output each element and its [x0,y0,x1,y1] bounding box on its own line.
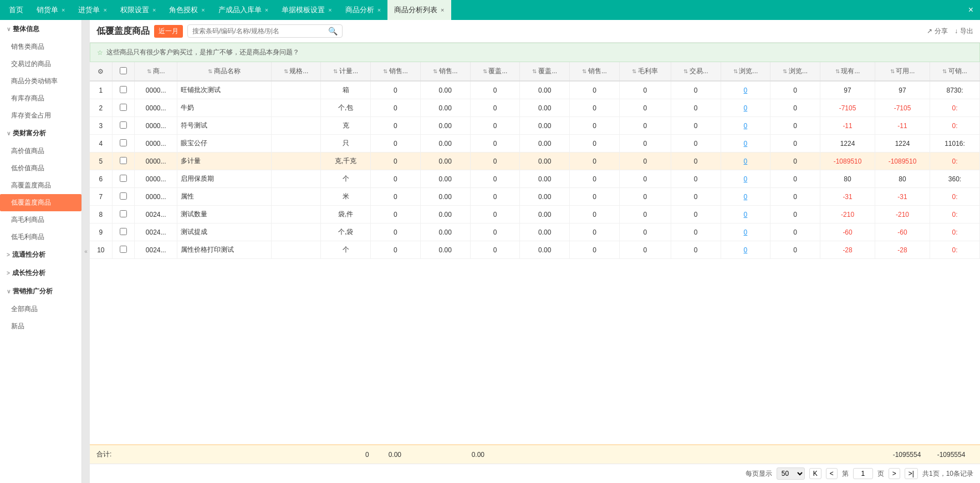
cell-name: 属性价格打印测试 [177,241,271,259]
next-page-button[interactable]: > [889,468,900,479]
row-checkbox[interactable] [120,86,127,93]
cell-cover1: 0 [470,99,520,117]
row-checkbox[interactable] [120,210,127,217]
sidebar-item-高覆盖度商品[interactable]: 高覆盖度商品 [0,177,81,194]
nav-item-权限设置[interactable]: 权限设置× [114,0,162,20]
last-page-button[interactable]: >| [905,468,918,479]
sidebar-item-高毛利商品[interactable]: 高毛利商品 [0,211,81,228]
settings-icon[interactable]: ⚙ [98,68,104,75]
browse-link[interactable]: 0 [744,193,748,201]
nav-close-icon[interactable]: × [103,7,106,13]
cell-checkbox[interactable] [112,135,134,152]
sidebar-item-销售类商品[interactable]: 销售类商品 [0,38,81,55]
nav-item-商品分析列表[interactable]: 商品分析列表× [387,0,451,20]
sidebar-item-有库存商品[interactable]: 有库存商品 [0,90,81,107]
cell-checkbox[interactable] [112,81,134,99]
page-size-select[interactable]: 2050100200 [777,467,805,480]
browse-link[interactable]: 0 [744,122,748,130]
row-checkbox[interactable] [120,175,127,182]
cell-checkbox[interactable] [112,152,134,170]
date-filter-button[interactable]: 近一月 [154,25,183,38]
table-container[interactable]: ⚙⇅ 商...⇅ 商品名称⇅ 规格...⇅ 计量...⇅ 销售...⇅ 销售..… [90,62,980,444]
nav-close-icon[interactable]: × [201,7,205,13]
nav-close-icon[interactable]: × [62,7,65,13]
sidebar-item-全部商品[interactable]: 全部商品 [0,301,81,318]
col-header-no: ⇅ 商... [135,62,177,81]
browse-link[interactable]: 0 [744,175,748,183]
nav-close-icon[interactable]: × [377,7,381,13]
nav-item-商品分析[interactable]: 商品分析× [339,0,387,20]
cell-checkbox[interactable] [112,170,134,188]
row-checkbox[interactable] [120,192,127,200]
export-button[interactable]: ↓ 导出 [955,27,973,36]
cell-browse1[interactable]: 0 [721,99,770,117]
first-page-button[interactable]: K [809,468,821,479]
nav-close-icon[interactable]: × [441,7,444,13]
nav-item-角色授权[interactable]: 角色授权× [162,0,211,20]
cell-cover2: 0.00 [520,152,570,170]
row-checkbox[interactable] [120,104,127,111]
nav-close-icon[interactable]: × [152,7,156,13]
cell-browse1[interactable]: 0 [721,223,770,241]
cell-trade: 0 [671,81,721,99]
cell-checkbox[interactable] [112,206,134,223]
cell-browse1[interactable]: 0 [721,81,770,99]
sidebar-collapse-button[interactable]: « [82,20,90,483]
nav-item-产成品入库单[interactable]: 产成品入库单× [212,0,275,20]
sidebar-item-高价值商品[interactable]: 高价值商品 [0,143,81,160]
row-checkbox[interactable] [120,139,127,146]
cell-unit: 克 [321,117,371,135]
row-checkbox[interactable] [120,246,127,253]
cell-checkbox[interactable] [112,241,134,259]
sidebar-item-商品分类动销率[interactable]: 商品分类动销率 [0,73,81,90]
cell-sellable: 360: [930,170,980,188]
sidebar-item-低毛利商品[interactable]: 低毛利商品 [0,228,81,246]
sidebar-section-营销推广分析[interactable]: ∨营销推广分析 [0,282,81,301]
cell-checkbox[interactable] [112,188,134,206]
sidebar-item-低价值商品[interactable]: 低价值商品 [0,160,81,177]
nav-close-icon[interactable]: × [328,7,331,13]
nav-item-进货单[interactable]: 进货单× [72,0,113,20]
select-all-checkbox[interactable] [120,67,127,74]
cell-browse1[interactable]: 0 [721,241,770,259]
sidebar-item-库存资金占用[interactable]: 库存资金占用 [0,107,81,124]
share-button[interactable]: ↗ 分享 [927,27,948,36]
close-all-tabs-button[interactable]: × [964,5,978,15]
sidebar-section-类财富分析[interactable]: ∨类财富分析 [0,124,81,143]
cell-cover2: 0.00 [520,223,570,241]
row-checkbox[interactable] [120,157,127,164]
nav-item-销货单[interactable]: 销货单× [30,0,72,20]
cell-checkbox[interactable] [112,223,134,241]
nav-item-首页[interactable]: 首页 [2,0,30,20]
sidebar-section-流通性分析[interactable]: >流通性分析 [0,246,81,264]
cell-sales2: 0 [570,152,620,170]
cell-browse1[interactable]: 0 [721,135,770,152]
sidebar-item-新品[interactable]: 新品 [0,318,81,335]
sidebar-section-整体信息[interactable]: ∨整体信息 [0,20,81,38]
cell-browse1[interactable]: 0 [721,152,770,170]
search-input[interactable] [192,27,328,35]
cell-browse1[interactable]: 0 [721,117,770,135]
row-checkbox[interactable] [120,228,127,235]
browse-link[interactable]: 0 [744,157,748,165]
sidebar-item-交易过的商品[interactable]: 交易过的商品 [0,55,81,73]
cell-checkbox[interactable] [112,99,134,117]
browse-link[interactable]: 0 [744,228,748,236]
nav-item-单据模板设置[interactable]: 单据模板设置× [275,0,338,20]
cell-browse1[interactable]: 0 [721,170,770,188]
cell-checkbox[interactable] [112,117,134,135]
nav-close-icon[interactable]: × [265,7,268,13]
browse-link[interactable]: 0 [744,211,748,218]
cell-browse1[interactable]: 0 [721,206,770,223]
sidebar-item-低覆盖度商品[interactable]: 低覆盖度商品 [0,194,81,211]
sidebar-section-成长性分析[interactable]: >成长性分析 [0,264,81,282]
browse-link[interactable]: 0 [744,87,748,94]
page-number-input[interactable] [853,468,873,479]
search-icon[interactable]: 🔍 [328,27,338,35]
row-checkbox[interactable] [120,121,127,129]
browse-link[interactable]: 0 [744,104,748,112]
browse-link[interactable]: 0 [744,246,748,254]
browse-link[interactable]: 0 [744,140,748,148]
prev-page-button[interactable]: < [826,468,838,479]
cell-browse1[interactable]: 0 [721,188,770,206]
